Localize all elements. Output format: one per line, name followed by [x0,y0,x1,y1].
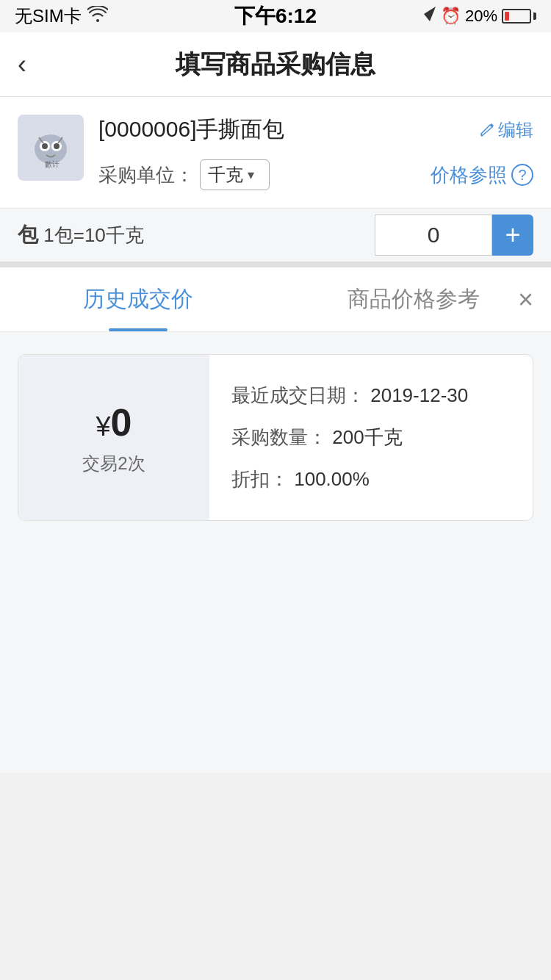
battery-percent: 20% [465,7,497,26]
status-bar: 无SIM卡 下午6:12 ⏰ 20% [0,0,551,32]
yen-symbol: ¥ [96,411,111,442]
history-section: ¥0 交易2次 最近成交日期： 2019-12-30 采购数量： 200千克 折… [0,332,551,773]
help-icon: ? [511,164,533,186]
discount-row: 折扣： 100.00% [231,465,511,494]
price-number: 0 [111,401,132,444]
svg-text:數计: 數计 [45,160,60,168]
product-card: 數计 [0000006]手撕面包 编辑 采购单位： 千克 [0,97,551,209]
history-price-value: ¥0 [96,400,132,444]
svg-point-4 [54,143,60,149]
quantity-plus-button[interactable]: + [492,215,533,256]
wifi-icon [87,6,108,26]
discount-label: 折扣： [231,468,289,490]
quantity-input[interactable] [375,215,492,256]
back-button[interactable]: ‹ [18,49,26,80]
status-time: 下午6:12 [234,2,317,30]
unit-name: 包 [18,223,38,246]
alarm-icon: ⏰ [441,7,461,26]
discount-value: 100.00% [294,468,370,490]
unit-conversion: 1包=10千克 [43,224,144,246]
page-title: 填写商品采购信息 [176,48,375,82]
recent-date-value: 2019-12-30 [370,384,468,406]
location-icon [423,6,436,26]
tab-price-reference[interactable]: 商品价格参考 [276,267,551,331]
history-detail-block: 最近成交日期： 2019-12-30 采购数量： 200千克 折扣： 100.0… [209,355,533,520]
unit-info: 包 1包=10千克 [18,221,144,249]
product-thumbnail: 數计 [18,115,84,181]
tab-history-price[interactable]: 历史成交价 [0,267,276,331]
carrier-text: 无SIM卡 [15,4,82,28]
battery-icon [502,9,536,24]
svg-point-3 [42,143,48,149]
product-info: [0000006]手撕面包 编辑 采购单位： 千克 价格参照 ? [98,115,533,190]
status-right: ⏰ 20% [423,6,536,26]
unit-select[interactable]: 千克 [200,159,270,190]
tabs-bar: 历史成交价 商品价格参考 × [0,267,551,332]
product-header: [0000006]手撕面包 编辑 [98,115,533,145]
purchase-qty-row: 采购数量： 200千克 [231,423,511,452]
product-unit-row: 采购单位： 千克 价格参照 ? [98,159,533,190]
quantity-control: + [375,215,533,256]
price-reference-button[interactable]: 价格参照 ? [431,162,533,188]
nav-bar: ‹ 填写商品采购信息 [0,32,551,97]
recent-date-row: 最近成交日期： 2019-12-30 [231,381,511,410]
purchase-qty-label: 采购数量： [231,426,327,448]
quantity-row: 包 1包=10千克 + [0,209,551,267]
recent-date-label: 最近成交日期： [231,384,365,406]
status-left: 无SIM卡 [15,4,108,28]
close-button[interactable]: × [518,284,533,315]
tab-underline [109,328,168,331]
purchase-qty-value: 200千克 [332,426,402,448]
unit-label: 采购单位： 千克 [98,159,270,190]
history-price-block: ¥0 交易2次 [18,355,209,520]
history-card: ¥0 交易2次 最近成交日期： 2019-12-30 采购数量： 200千克 折… [18,354,533,521]
edit-button[interactable]: 编辑 [479,118,533,142]
product-name: [0000006]手撕面包 [98,115,284,145]
trade-count: 交易2次 [82,452,145,475]
